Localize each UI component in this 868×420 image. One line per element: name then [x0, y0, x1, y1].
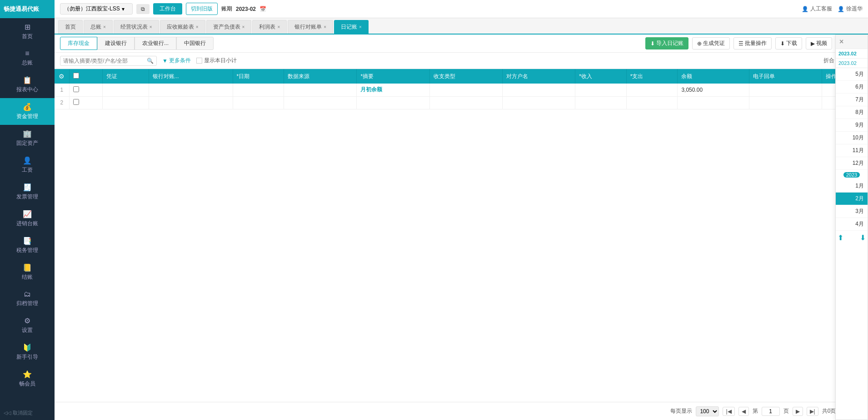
last-page-btn[interactable]: ▶|	[807, 407, 818, 416]
prev-page-btn[interactable]: ◀	[738, 407, 749, 416]
bank-toolbar: 库存现金 建设银行 农业银行... 中国银行 ⬇ 导入日记账	[55, 35, 868, 53]
sidebar-item-tax[interactable]: 📑 税务管理	[0, 232, 55, 259]
bank-tab-label: 中国银行	[184, 40, 206, 46]
sidebar-item-sales[interactable]: 📈 进销台账	[0, 205, 55, 232]
date-month-10[interactable]: 10月	[836, 132, 868, 144]
download-btn[interactable]: ⬇ 下载	[775, 37, 802, 49]
date-panel-close-btn[interactable]: ×	[839, 38, 843, 46]
show-daily-total-checkbox[interactable]: 显示本日小计	[196, 57, 237, 64]
tab-close-icon[interactable]: ×	[150, 25, 152, 30]
batch-op-btn[interactable]: ☰ 批量操作	[733, 37, 772, 49]
tab-close-icon[interactable]: ×	[277, 25, 280, 30]
sidebar-item-label: 结账	[22, 273, 33, 281]
import-icon: ⬇	[650, 40, 655, 47]
date-month-1[interactable]: 1月	[836, 180, 868, 193]
next-page-btn[interactable]: ▶	[793, 407, 803, 416]
tab-home[interactable]: 首页	[58, 20, 83, 34]
tab-label: 利润表	[259, 23, 275, 31]
sidebar-item-settings[interactable]: ⚙ 设置	[0, 312, 55, 339]
tab-close-icon[interactable]: ×	[196, 25, 199, 30]
tab-balance-sheet[interactable]: 资产负债表 ×	[206, 20, 252, 34]
date-nav-down-btn[interactable]: ⬇	[860, 233, 866, 242]
first-page-btn[interactable]: |◀	[723, 407, 734, 416]
sidebar-item-label: 资金管理	[16, 113, 38, 120]
col-summary: *摘要	[357, 69, 429, 84]
col-settings[interactable]: ⚙	[55, 69, 69, 84]
row-checkbox[interactable]	[69, 84, 103, 96]
select-all-checkbox[interactable]	[73, 73, 79, 79]
bank-tab-cash[interactable]: 库存现金	[60, 37, 97, 50]
customer-service[interactable]: 👤 人工客服	[802, 5, 832, 13]
tab-journal[interactable]: 日记账 ×	[334, 20, 369, 34]
sidebar-item-guide[interactable]: 🔰 新手引导	[0, 339, 55, 366]
date-month-7[interactable]: 7月	[836, 94, 868, 106]
period-calendar-icon[interactable]: 📅	[259, 6, 266, 12]
date-month-9[interactable]: 9月	[836, 119, 868, 132]
sidebar-item-payroll[interactable]: 👤 工资	[0, 152, 55, 178]
date-month-6[interactable]: 6月	[836, 81, 868, 94]
tab-label: 应收账龄表	[167, 23, 194, 31]
tab-close-icon[interactable]: ×	[359, 25, 362, 30]
generate-voucher-btn[interactable]: ⊕ 生成凭证	[692, 37, 730, 49]
sidebar-item-member[interactable]: ⭐ 畅会员	[0, 366, 55, 392]
date-month-4[interactable]: 4月	[836, 218, 868, 231]
row-select-checkbox[interactable]	[73, 99, 79, 105]
user-name: 徐遥华	[846, 5, 863, 13]
tab-bank-statement[interactable]: 银行对账单 ×	[288, 20, 333, 34]
sidebar-item-invoice[interactable]: 🧾 发票管理	[0, 178, 55, 205]
tab-label: 经营状况表	[120, 23, 148, 31]
pagination-bar: 每页显示 100 50 200 |◀ ◀ 第 页 ▶ ▶| 共0页，0条记录	[55, 402, 868, 420]
bank-tab-construction[interactable]: 建设银行	[97, 37, 135, 50]
row-checkbox[interactable]	[69, 96, 103, 109]
sidebar-item-ledger[interactable]: ≡ 总账	[0, 45, 55, 71]
import-journal-btn[interactable]: ⬇ 导入日记账	[645, 37, 688, 49]
date-panel-scroll[interactable]: 2023.02 2023.02 5月 6月 7月 8月 9月 10月 11月 1…	[836, 49, 868, 420]
tab-receivable[interactable]: 应收账龄表 ×	[160, 20, 205, 34]
payroll-icon: 👤	[23, 156, 32, 165]
date-month-11[interactable]: 11月	[836, 144, 868, 157]
app-logo: 畅捷通易代账	[0, 0, 55, 18]
sidebar-item-settle[interactable]: 📒 结账	[0, 259, 55, 286]
per-page-select[interactable]: 100 50 200	[696, 406, 719, 416]
user-avatar[interactable]: 👤 徐遥华	[838, 5, 863, 13]
cell-counterparty	[502, 84, 575, 96]
video-btn[interactable]: ▶ 视频	[806, 37, 832, 49]
sidebar-item-funds[interactable]: 💰 资金管理	[0, 98, 55, 125]
date-nav-up-btn[interactable]: ⬆	[838, 233, 843, 242]
sidebar-item-assets[interactable]: 🏢 固定资产	[0, 125, 55, 152]
more-conditions-btn[interactable]: ▼ 更多条件	[162, 57, 191, 64]
tab-profit[interactable]: 利润表 ×	[252, 20, 287, 34]
sidebar-item-home[interactable]: ⊞ 首页	[0, 18, 55, 45]
sidebar-item-archive[interactable]: 🗂 归档管理	[0, 286, 55, 312]
date-month-8[interactable]: 8月	[836, 106, 868, 119]
tab-operation[interactable]: 经营状况表 ×	[114, 20, 159, 34]
date-month-5[interactable]: 5月	[836, 68, 868, 81]
date-month-3[interactable]: 3月	[836, 205, 868, 218]
col-checkbox[interactable]	[69, 69, 103, 84]
date-month-2[interactable]: 2月	[836, 193, 868, 205]
date-month-12[interactable]: 12月	[836, 157, 868, 170]
col-income: *收入	[575, 69, 627, 84]
bank-tab-china[interactable]: 中国银行	[176, 37, 214, 50]
settings-icon[interactable]: ⚙	[59, 73, 65, 80]
company-selector[interactable]: （勿册）江西股宝-LSS ▾	[60, 3, 133, 15]
tab-close-icon[interactable]: ×	[242, 25, 245, 30]
company-dropdown-icon: ▾	[122, 6, 125, 12]
sidebar-collapse-btn[interactable]: ◁◁ 取消固定	[0, 406, 55, 420]
sidebar-item-reports[interactable]: 📋 报表中心	[0, 71, 55, 98]
import-label: 导入日记账	[656, 40, 683, 47]
tab-ledger[interactable]: 总账 ×	[84, 20, 113, 34]
bank-tab-label: 农业银行...	[142, 40, 169, 46]
row-select-checkbox[interactable]	[73, 86, 79, 92]
bank-tab-agriculture[interactable]: 农业银行...	[135, 37, 176, 50]
tax-icon: 📑	[23, 237, 32, 245]
workspace-btn[interactable]: 工作台	[153, 3, 182, 15]
tab-close-icon[interactable]: ×	[324, 25, 326, 30]
tab-close-icon[interactable]: ×	[103, 25, 106, 30]
oldver-btn[interactable]: 切到旧版	[186, 3, 218, 15]
page-number-input[interactable]	[762, 407, 780, 416]
search-input[interactable]	[63, 58, 145, 64]
copy-btn[interactable]: ⧉	[136, 4, 150, 14]
invoice-icon: 🧾	[23, 183, 32, 192]
search-box[interactable]: 🔍	[60, 56, 157, 66]
